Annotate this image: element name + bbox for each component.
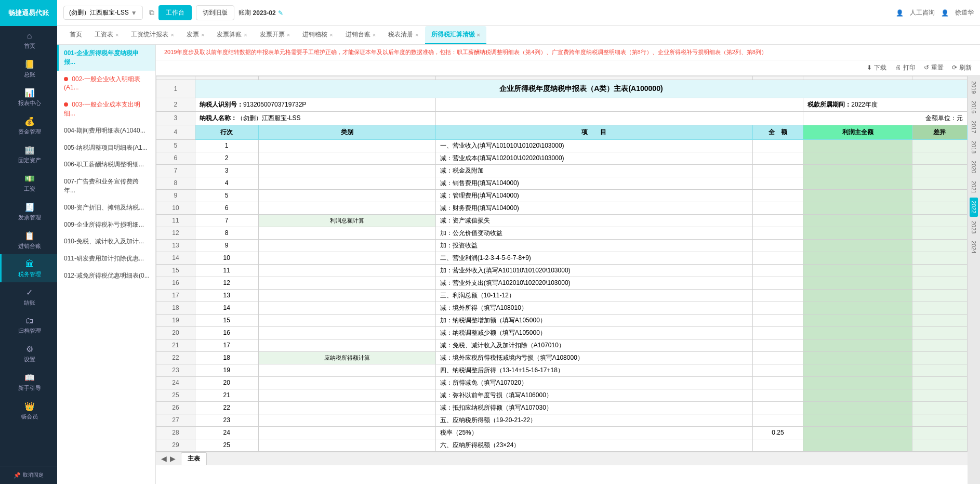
sidebar-item-tax[interactable]: 🏛 税务管理 — [0, 254, 57, 282]
sidebar-item-assets[interactable]: 🏢 固定资产 — [0, 140, 57, 168]
tab-income-tax-label: 所得税汇算清缴 — [431, 30, 475, 39]
tab-purchase-audit-close[interactable]: × — [329, 32, 333, 38]
submenu-item-011[interactable]: 011-研发费用加计扣除优惠... — [57, 250, 155, 267]
submenu-item-007[interactable]: 007-广告费和业务宣传费跨年... — [57, 173, 155, 199]
row-num-col-16: 17 — [195, 339, 258, 351]
submenu-item-004[interactable]: 004-期间费用明细表(A1040... — [57, 122, 155, 139]
print-button[interactable]: 🖨 打印 — [895, 63, 916, 72]
tab-invoice-calc[interactable]: 发票算账 × — [210, 26, 253, 44]
year-item-2024[interactable]: 2024 — [970, 238, 978, 256]
submenu-item-012[interactable]: 012-减免所得税优惠明细表(0... — [57, 267, 155, 284]
company-selector[interactable]: (勿删）江西服宝-LSS ▼ — [63, 6, 143, 20]
refresh-label: 刷新 — [959, 63, 972, 72]
year-item-2017[interactable]: 2017 — [970, 117, 978, 136]
tab-home[interactable]: 首页 — [63, 26, 88, 44]
year-item-2018[interactable]: 2018 — [970, 138, 978, 156]
row-num-col-0: 1 — [195, 139, 258, 152]
category-empty-16 — [258, 339, 435, 351]
tab-purchase-audit[interactable]: 进销稽核 × — [296, 26, 339, 44]
tab-next-icon[interactable]: ▶ — [169, 454, 177, 463]
unpin-button[interactable]: 📌 取消固定 — [0, 466, 57, 484]
tab-tax-table[interactable]: 税表清册 × — [382, 26, 425, 44]
switch-button[interactable]: 切到旧版 — [196, 5, 234, 20]
tab-purchase-ledger[interactable]: 进销台账 × — [339, 26, 382, 44]
val-cell-21 — [752, 401, 803, 414]
tabs-bar: 首页 工资表 × 工资统计报表 × 发票 × 发票算账 × 发票开票 × 进销稽… — [57, 26, 980, 45]
year-item-2016[interactable]: 2016 — [970, 98, 978, 116]
category-empty-1 — [258, 152, 435, 164]
period-edit-icon[interactable]: ✎ — [278, 9, 283, 17]
sidebar-item-funds[interactable]: 💰 资金管理 — [0, 111, 57, 140]
tab-invoice-calc-close[interactable]: × — [244, 32, 247, 38]
year-item-2020[interactable]: 2020 — [970, 158, 978, 176]
period-label: 账期 — [239, 8, 251, 17]
category-empty-3 — [258, 177, 435, 189]
sidebar: 畅捷通易代账 ⌂ 首页 📒 总账 📊 报表中心 💰 资金管理 🏢 固定资产 💵 … — [0, 0, 57, 484]
category-empty-11 — [258, 277, 435, 289]
assets-icon: 🏢 — [24, 145, 35, 155]
sidebar-item-guide[interactable]: 📖 新手引导 — [0, 368, 57, 396]
tab-income-tax[interactable]: 所得税汇算清缴 × — [425, 26, 486, 44]
sidebar-item-settings[interactable]: ⚙ 设置 — [0, 339, 57, 368]
workbench-button[interactable]: 工作台 — [158, 5, 192, 20]
sidebar-item-invoice-label: 发票管理 — [18, 214, 41, 221]
sidebar-item-reports[interactable]: 📊 报表中心 — [0, 83, 57, 111]
sidebar-item-purchase-sales[interactable]: 📋 进销台账 — [0, 226, 57, 254]
sheet-tab-main[interactable]: 主表 — [181, 452, 207, 465]
download-button[interactable]: ⬇ 下载 — [867, 63, 886, 72]
year-item-2019[interactable]: 2019 — [970, 78, 978, 97]
submenu-item-009[interactable]: 009-企业所得税补亏损明细... — [57, 216, 155, 233]
profit-cell-11 — [803, 277, 912, 289]
tab-prev-icon[interactable]: ◀ — [160, 454, 168, 463]
reset-button[interactable]: ↺ 重置 — [924, 63, 944, 72]
year-item-2023[interactable]: 2023 — [970, 218, 978, 237]
sidebar-item-invoice[interactable]: 🧾 发票管理 — [0, 197, 57, 226]
year-item-2022[interactable]: 2022 — [970, 198, 978, 216]
submenu-item-002[interactable]: 002-一般企业收入明细表(A1... — [57, 71, 155, 97]
sidebar-item-close-label: 结账 — [24, 299, 35, 307]
refresh-button[interactable]: ⟳ 刷新 — [952, 63, 972, 72]
submenu-item-001[interactable]: 001-企业所得税年度纳税申报... — [57, 45, 155, 71]
val-cell-6 — [752, 214, 803, 227]
sidebar-item-ledger[interactable]: 📒 总账 — [0, 54, 57, 83]
user-name[interactable]: 徐道华 — [955, 8, 974, 17]
item-cell-20: 减：弥补以前年度亏损（填写A106000） — [435, 389, 752, 401]
submenu-item-010[interactable]: 010-免税、减计收入及加计... — [57, 233, 155, 250]
copy-icon[interactable]: ⧉ — [149, 8, 154, 17]
tab-income-tax-close[interactable]: × — [477, 32, 480, 38]
submenu-008-label: 008-资产折旧、摊销及纳税... — [64, 204, 144, 211]
submenu-item-006[interactable]: 006-职工薪酬纳税调整明细... — [57, 156, 155, 173]
submenu-item-003[interactable]: 003-一般企业成本支出明细... — [57, 96, 155, 122]
year-item-2021[interactable]: 2021 — [970, 178, 978, 197]
sidebar-item-home[interactable]: ⌂ 首页 — [0, 26, 57, 54]
company-cell: 纳税人名称：（勿删）江西服宝-LSS — [195, 111, 435, 125]
tab-invoice-open-close[interactable]: × — [287, 32, 290, 38]
row-num-col-5: 6 — [195, 202, 258, 214]
tab-invoice-open[interactable]: 发票开票 × — [254, 26, 296, 44]
submenu-007-label: 007-广告费和业务宣传费跨年... — [64, 178, 139, 194]
tab-salary-stats[interactable]: 工资统计报表 × — [125, 26, 180, 44]
sidebar-item-salary-label: 工资 — [24, 185, 35, 193]
tab-salary[interactable]: 工资表 × — [88, 26, 125, 44]
print-icon: 🖨 — [895, 64, 901, 71]
tab-purchase-ledger-close[interactable]: × — [373, 32, 376, 38]
invoice-icon: 🧾 — [24, 202, 35, 212]
tab-invoice-close[interactable]: × — [201, 32, 204, 38]
sidebar-item-salary[interactable]: 💵 工资 — [0, 168, 57, 197]
submenu-009-label: 009-企业所得税补亏损明细... — [64, 221, 144, 228]
tab-tax-table-close[interactable]: × — [415, 32, 418, 38]
val-cell-8 — [752, 239, 803, 252]
row-num-col-13: 14 — [195, 302, 258, 314]
tab-invoice[interactable]: 发票 × — [180, 26, 210, 44]
sidebar-item-archive[interactable]: 🗂 归档管理 — [0, 311, 57, 339]
user-service-label[interactable]: 人工咨询 — [910, 8, 935, 17]
profit-cell-6 — [803, 214, 912, 227]
tab-salary-close[interactable]: × — [115, 32, 118, 38]
col-header-E: 利润主全额 — [803, 125, 912, 139]
submenu-item-008[interactable]: 008-资产折旧、摊销及纳税... — [57, 199, 155, 216]
sheet-wrapper[interactable]: 1 企业所得税年度纳税申报表（A类）主表(A100000)2 纳税人识别号：91… — [156, 76, 968, 485]
submenu-item-005[interactable]: 005-纳税调整项目明细表(A1... — [57, 139, 155, 156]
sidebar-item-member[interactable]: 👑 畅会员 — [0, 396, 57, 425]
tab-salary-stats-close[interactable]: × — [170, 32, 174, 38]
sidebar-item-close[interactable]: ✓ 结账 — [0, 282, 57, 311]
